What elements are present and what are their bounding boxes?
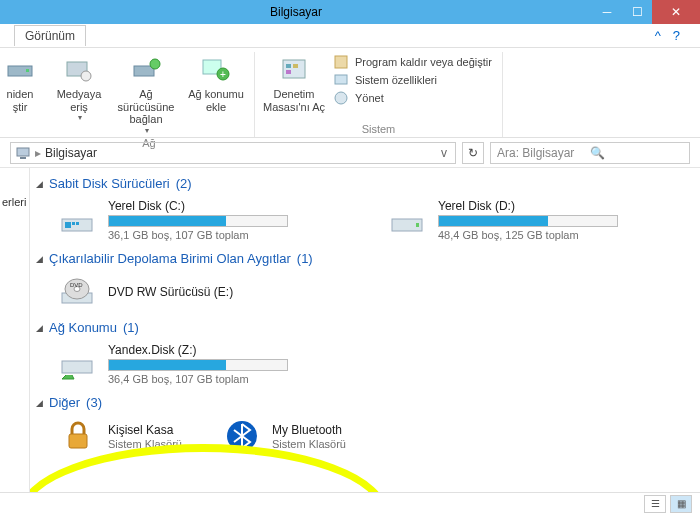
svg-rect-9 <box>283 60 305 78</box>
media-icon <box>63 54 95 86</box>
ribbon-media-access[interactable]: Medyaya eriş▾ <box>50 52 108 137</box>
item-bluetooth[interactable]: My Bluetooth Sistem Klasörü <box>222 414 346 458</box>
sidebar-cut-label: erleri <box>0 196 29 208</box>
ribbon-uninstall-program[interactable]: Program kaldır veya değiştir <box>333 54 492 70</box>
address-separator: ▸ <box>35 146 41 160</box>
svg-point-3 <box>81 71 91 81</box>
svg-rect-13 <box>335 56 347 68</box>
refresh-button[interactable]: ↻ <box>462 142 484 164</box>
manage-icon <box>333 90 349 106</box>
svg-point-15 <box>335 92 347 104</box>
view-tiles-button[interactable]: ▦ <box>670 495 692 513</box>
lock-icon <box>58 418 98 454</box>
content-area: erleri ◢ Sabit Disk Sürücüleri (2) Yerel… <box>0 168 700 492</box>
drive-dvd[interactable]: DVD DVD RW Sürücüsü (E:) <box>34 270 692 314</box>
network-drive-icon <box>130 54 162 86</box>
category-other[interactable]: ◢ Diğer (3) <box>34 393 692 414</box>
collapse-icon: ◢ <box>36 323 43 333</box>
capacity-bar <box>108 359 288 371</box>
hdd-icon <box>388 202 428 238</box>
svg-text:DVD: DVD <box>70 282 83 288</box>
category-network-location[interactable]: ◢ Ağ Konumu (1) <box>34 318 692 339</box>
help-button[interactable]: ? <box>667 28 686 43</box>
search-icon: 🔍 <box>590 146 683 160</box>
status-bar: ☰ ▦ <box>0 492 700 514</box>
collapse-icon: ◢ <box>36 254 43 264</box>
ribbon-manage[interactable]: Yönet <box>333 90 492 106</box>
search-placeholder: Ara: Bilgisayar <box>497 146 590 160</box>
svg-rect-29 <box>69 434 87 448</box>
navigation-pane[interactable]: erleri <box>0 168 30 492</box>
ribbon-tab-bar: Görünüm ^ ? <box>0 24 700 48</box>
ribbon-group-label-system: Sistem <box>362 123 396 137</box>
ribbon-collapse-button[interactable]: ^ <box>649 28 667 43</box>
category-removable[interactable]: ◢ Çıkarılabilir Depolama Birimi Olan Ayg… <box>34 249 692 270</box>
hdd-icon <box>58 202 98 238</box>
svg-rect-1 <box>26 69 29 72</box>
svg-rect-17 <box>20 157 26 159</box>
address-dropdown[interactable]: v <box>437 146 451 160</box>
address-bar-row: ▸ Bilgisayar v ↻ Ara: Bilgisayar 🔍 <box>0 138 700 168</box>
svg-rect-16 <box>17 148 29 156</box>
ribbon-map-network-drive[interactable]: Ağ sürücüsüne bağlan▾ <box>110 52 182 137</box>
svg-rect-23 <box>416 223 419 227</box>
ribbon-system-properties[interactable]: Sistem özellikleri <box>333 72 492 88</box>
maximize-button[interactable]: ☐ <box>622 0 652 24</box>
svg-rect-19 <box>65 222 71 228</box>
svg-rect-28 <box>62 361 92 373</box>
address-path: Bilgisayar <box>45 146 97 160</box>
category-hard-drives[interactable]: ◢ Sabit Disk Sürücüleri (2) <box>34 174 692 195</box>
svg-rect-12 <box>286 70 291 74</box>
collapse-icon: ◢ <box>36 398 43 408</box>
dvd-icon: DVD <box>58 274 98 310</box>
ribbon-cut-left[interactable]: niden ştir <box>2 52 38 115</box>
close-button[interactable]: ✕ <box>652 0 700 24</box>
svg-text:+: + <box>220 69 226 80</box>
svg-rect-10 <box>286 64 291 68</box>
bluetooth-icon <box>222 418 262 454</box>
svg-rect-11 <box>293 64 298 68</box>
title-bar: Bilgisayar ─ ☐ ✕ <box>0 0 700 24</box>
tab-view[interactable]: Görünüm <box>14 25 86 46</box>
drive-d[interactable]: Yerel Disk (D:) 48,4 GB boş, 125 GB topl… <box>388 195 688 245</box>
svg-rect-14 <box>335 75 347 84</box>
capacity-bar <box>438 215 618 227</box>
ribbon-add-network-location[interactable]: + Ağ konumu ekle <box>184 52 248 137</box>
ribbon-control-panel[interactable]: Denetim Masası'nı Aç <box>261 52 327 115</box>
address-bar[interactable]: ▸ Bilgisayar v <box>10 142 456 164</box>
network-location-icon: + <box>200 54 232 86</box>
computer-icon <box>15 145 31 161</box>
svg-point-5 <box>150 59 160 69</box>
network-drive-icon <box>58 346 98 382</box>
svg-rect-21 <box>76 222 79 225</box>
svg-rect-20 <box>72 222 75 225</box>
window-title: Bilgisayar <box>0 5 592 19</box>
drive-c[interactable]: Yerel Disk (C:) 36,1 GB boş, 107 GB topl… <box>58 195 358 245</box>
view-details-button[interactable]: ☰ <box>644 495 666 513</box>
drive-z-yandex[interactable]: Yandex.Disk (Z:) 36,4 GB boş, 107 GB top… <box>58 339 358 389</box>
drive-icon <box>4 54 36 86</box>
system-properties-icon <box>333 72 349 88</box>
control-panel-icon <box>278 54 310 86</box>
search-box[interactable]: Ara: Bilgisayar 🔍 <box>490 142 690 164</box>
uninstall-icon <box>333 54 349 70</box>
capacity-bar <box>108 215 288 227</box>
minimize-button[interactable]: ─ <box>592 0 622 24</box>
item-personal-vault[interactable]: Kişisel Kasa Sistem Klasörü <box>58 414 182 458</box>
collapse-icon: ◢ <box>36 179 43 189</box>
main-view[interactable]: ◢ Sabit Disk Sürücüleri (2) Yerel Disk (… <box>30 168 700 492</box>
ribbon: niden ştir Medyaya eriş▾ Ağ sürücüsüne b… <box>0 48 700 138</box>
